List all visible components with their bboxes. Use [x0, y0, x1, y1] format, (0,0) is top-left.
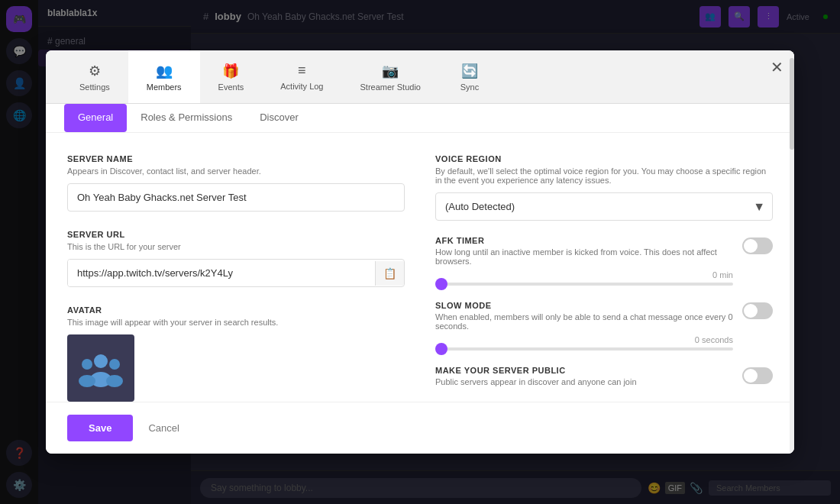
slow-mode-slider-wrapper: 0 seconds [435, 335, 733, 351]
avatar-desc: This image will appear with your server … [67, 318, 405, 327]
server-public-info: MAKE YOUR SERVER PUBLIC Public servers a… [435, 366, 733, 386]
afk-timer-toggle[interactable] [742, 237, 773, 254]
modal-tab-bar: ⚙ Settings 👥 Members 🎁 Events ≡ Activity… [46, 50, 794, 104]
tab-events[interactable]: 🎁 Events [200, 50, 263, 103]
server-public-label: MAKE YOUR SERVER PUBLIC [435, 366, 733, 375]
tab-streamer-studio[interactable]: 📷 Streamer Studio [341, 50, 438, 103]
tab-settings[interactable]: ⚙ Settings [61, 50, 128, 103]
afk-timer-value: 0 min [435, 270, 733, 279]
voice-region-group: VOICE REGION By default, we'll select th… [435, 154, 773, 221]
afk-timer-slider-thumb[interactable] [435, 278, 447, 290]
url-input-wrapper: 📋 [67, 259, 405, 287]
save-button[interactable]: Save [67, 415, 133, 441]
voice-region-desc: By default, we'll select the optimal voi… [435, 166, 773, 185]
server-url-label: SERVER URL [67, 230, 405, 239]
tab-members[interactable]: 👥 Members [128, 50, 200, 103]
members-tab-icon: 👥 [156, 63, 173, 79]
svg-point-3 [79, 375, 95, 387]
server-public-toggle[interactable] [742, 367, 773, 384]
streamer-studio-tab-label: Streamer Studio [360, 82, 420, 92]
avatar-label: AVATAR [67, 305, 405, 315]
afk-timer-desc: How long until an inactive member is kic… [435, 247, 733, 266]
cancel-button[interactable]: Cancel [142, 415, 185, 441]
avatar-group: AVATAR This image will appear with your … [67, 305, 405, 402]
afk-timer-group: AFK TIMER How long until an inactive mem… [435, 236, 773, 286]
afk-timer-info: AFK TIMER How long until an inactive mem… [435, 236, 733, 286]
afk-timer-slider-wrapper: 0 min [435, 270, 733, 286]
svg-point-4 [109, 359, 120, 370]
modal-scrollbar[interactable] [790, 133, 794, 402]
modal-left-column: SERVER NAME Appears in Discover, contact… [67, 154, 405, 402]
modal-subtab-bar: General Roles & Permissions Discover [46, 104, 794, 133]
slow-mode-toggle[interactable] [742, 302, 773, 319]
activity-log-tab-icon: ≡ [298, 63, 306, 79]
modal-close-button[interactable]: ✕ [771, 58, 783, 76]
url-copy-button[interactable]: 📋 [375, 261, 404, 286]
svg-point-2 [82, 359, 92, 370]
sync-tab-label: Sync [460, 82, 479, 92]
voice-region-label: VOICE REGION [435, 154, 773, 163]
server-name-desc: Appears in Discover, contact list, and s… [67, 166, 405, 176]
tab-activity-log[interactable]: ≡ Activity Log [262, 50, 341, 103]
subtab-roles-permissions[interactable]: Roles & Permissions [127, 104, 246, 132]
modal-right-column: VOICE REGION By default, we'll select th… [435, 154, 773, 402]
server-public-group: MAKE YOUR SERVER PUBLIC Public servers a… [435, 366, 773, 386]
sync-tab-icon: 🔄 [461, 63, 478, 79]
subtab-discover[interactable]: Discover [246, 104, 312, 132]
settings-tab-icon: ⚙ [89, 63, 101, 79]
server-url-group: SERVER URL This is the URL for your serv… [67, 230, 405, 287]
avatar-group-icon [78, 349, 124, 387]
events-tab-label: Events [218, 82, 244, 92]
slow-mode-label: SLOW MODE [435, 301, 733, 310]
slow-mode-desc: When enabled, members will only be able … [435, 312, 733, 331]
subtab-general[interactable]: General [64, 104, 127, 132]
svg-point-5 [106, 375, 123, 387]
server-name-input[interactable] [67, 183, 405, 212]
events-tab-icon: 🎁 [222, 63, 239, 79]
modal-body: SERVER NAME Appears in Discover, contact… [46, 133, 794, 402]
streamer-studio-tab-icon: 📷 [382, 63, 399, 79]
tab-sync[interactable]: 🔄 Sync [439, 50, 500, 103]
modal-footer: Save Cancel [46, 402, 794, 454]
server-public-desc: Public servers appear in discover and an… [435, 377, 733, 386]
slow-mode-value: 0 seconds [435, 335, 733, 344]
afk-timer-label: AFK TIMER [435, 236, 733, 245]
afk-timer-slider-track [435, 283, 733, 286]
activity-log-tab-label: Activity Log [280, 82, 323, 91]
settings-tab-label: Settings [79, 82, 110, 92]
voice-region-select-wrapper: (Auto Detected) US East US West EU West … [435, 192, 773, 221]
slow-mode-slider-track [435, 347, 733, 351]
voice-region-select[interactable]: (Auto Detected) US East US West EU West [435, 192, 773, 221]
scrollbar-thumb [790, 133, 794, 150]
svg-point-0 [94, 354, 108, 368]
server-name-group: SERVER NAME Appears in Discover, contact… [67, 154, 405, 212]
server-url-desc: This is the URL for your server [67, 242, 405, 251]
avatar-preview[interactable] [67, 334, 134, 402]
settings-modal: ✕ ⚙ Settings 👥 Members 🎁 Events ≡ Activi… [46, 50, 794, 454]
members-tab-label: Members [147, 82, 182, 92]
server-name-label: SERVER NAME [67, 154, 405, 163]
slow-mode-info: SLOW MODE When enabled, members will onl… [435, 301, 733, 351]
slow-mode-group: SLOW MODE When enabled, members will onl… [435, 301, 773, 351]
slow-mode-slider-thumb[interactable] [435, 343, 447, 355]
modal-overlay: ✕ ⚙ Settings 👥 Members 🎁 Events ≡ Activi… [0, 0, 840, 504]
server-url-input[interactable] [68, 260, 375, 286]
